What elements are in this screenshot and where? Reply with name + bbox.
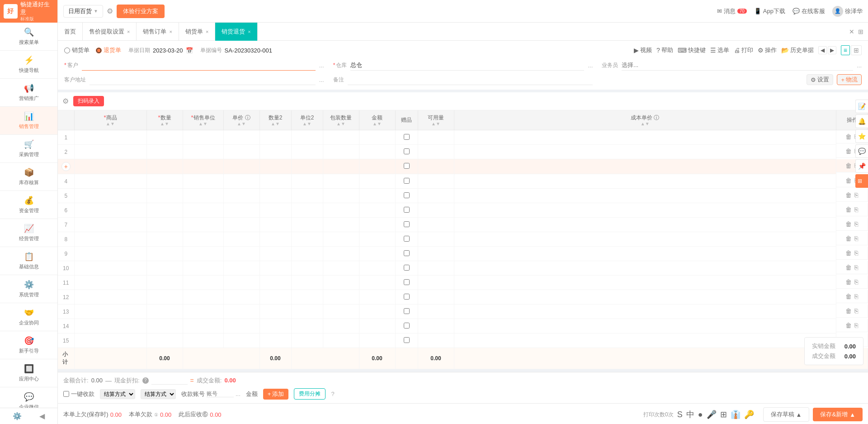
row-sales-unit-cell[interactable]	[183, 247, 223, 261]
tab-sales-return[interactable]: 销货退货 ×	[215, 23, 257, 41]
row-package-qty-cell[interactable]	[323, 203, 359, 218]
row-available-cell[interactable]	[418, 145, 454, 159]
row-unit-price-cell[interactable]	[223, 189, 259, 203]
row-unit2-cell[interactable]	[291, 305, 323, 319]
rfp-btn-1[interactable]: 📝	[855, 100, 868, 113]
row-gift-cell[interactable]	[395, 189, 418, 203]
row-unit2-cell[interactable]	[291, 174, 323, 189]
row-quantity-cell[interactable]	[146, 145, 183, 159]
footer-tool-4[interactable]: 🎤	[707, 410, 717, 419]
radio-return-input[interactable]	[96, 48, 102, 53]
copy-row-icon[interactable]: ⎘	[854, 264, 858, 271]
row-package-qty-cell[interactable]	[323, 276, 359, 290]
delete-row-icon[interactable]: 🗑	[845, 206, 852, 213]
save-new-button[interactable]: 保存&新增 ▲	[813, 408, 863, 421]
sidebar-item-appstore[interactable]: 🔲 应用中心	[0, 359, 57, 387]
row-quantity-cell[interactable]	[146, 159, 183, 174]
row-package-qty-cell[interactable]	[323, 305, 359, 319]
row-product-cell[interactable]	[74, 232, 146, 247]
row-product-cell[interactable]	[74, 174, 146, 189]
row-unit2-cell[interactable]	[291, 261, 323, 276]
row-product-cell[interactable]	[74, 247, 146, 261]
gift-checkbox[interactable]	[404, 265, 410, 271]
row-unit-price-cell[interactable]	[223, 305, 259, 319]
gift-checkbox[interactable]	[404, 337, 410, 343]
row-sales-unit-cell[interactable]	[183, 130, 223, 145]
select-action-btn[interactable]: ☰ 选单	[710, 46, 729, 54]
row-amount-cell[interactable]	[359, 232, 395, 247]
topbar-app-download[interactable]: 📱 App下载	[754, 7, 785, 15]
sidebar-item-inventory[interactable]: 📦 库存核算	[0, 163, 57, 191]
row-qty2-cell[interactable]	[259, 130, 291, 145]
row-quantity-cell[interactable]	[146, 189, 183, 203]
row-sales-unit-cell[interactable]	[183, 189, 223, 203]
customer-address-input[interactable]	[90, 74, 316, 85]
row-unit2-cell[interactable]	[291, 232, 323, 247]
row-gift-cell[interactable]	[395, 145, 418, 159]
row-product-cell[interactable]	[74, 218, 146, 232]
row-available-cell[interactable]	[418, 189, 454, 203]
footer-tool-3[interactable]: ●	[698, 410, 703, 419]
account-input[interactable]	[207, 391, 234, 397]
row-amount-cell[interactable]	[359, 145, 395, 159]
remarks-input[interactable]	[348, 74, 593, 85]
copy-row-icon[interactable]: ⎘	[854, 307, 858, 314]
gift-checkbox[interactable]	[404, 221, 410, 227]
delete-row-icon[interactable]: 🗑	[845, 235, 852, 242]
row-sales-unit-cell[interactable]	[183, 333, 223, 348]
row-unit-price-cell[interactable]	[223, 174, 259, 189]
row-amount-cell[interactable]	[359, 247, 395, 261]
calc-method-select[interactable]: 结算方式	[141, 389, 176, 399]
row-gift-cell[interactable]	[395, 218, 418, 232]
row-product-cell[interactable]	[74, 130, 146, 145]
row-qty2-cell[interactable]	[259, 319, 291, 333]
row-unit2-cell[interactable]	[291, 203, 323, 218]
tab-close-price-settings[interactable]: ×	[127, 29, 130, 34]
footer-tool-7[interactable]: 🔑	[744, 410, 754, 419]
row-amount-cell[interactable]	[359, 159, 395, 174]
row-qty2-cell[interactable]	[259, 218, 291, 232]
topbar-online-service[interactable]: 💬 在线客服	[793, 7, 825, 15]
row-sales-unit-cell[interactable]	[183, 276, 223, 290]
row-gift-cell[interactable]	[395, 130, 418, 145]
delete-row-icon[interactable]: 🗑	[845, 293, 852, 300]
row-quantity-cell[interactable]	[146, 247, 183, 261]
row-sales-unit-cell[interactable]	[183, 203, 223, 218]
sidebar-item-basic[interactable]: 📋 基础信息	[0, 247, 57, 275]
sidebar-item-marketing[interactable]: 📢 营销推广	[0, 79, 57, 107]
operate-action-btn[interactable]: ⚙ 操作	[758, 46, 777, 54]
table-settings-icon[interactable]: ⚙	[62, 97, 69, 105]
tab-close-sales-order[interactable]: ×	[169, 29, 172, 34]
row-package-qty-cell[interactable]	[323, 130, 359, 145]
row-qty2-cell[interactable]	[259, 203, 291, 218]
row-qty2-cell[interactable]	[259, 290, 291, 305]
delete-row-icon[interactable]: 🗑	[845, 307, 852, 314]
delete-row-icon[interactable]: 🗑	[845, 249, 852, 257]
product-input[interactable]	[76, 163, 145, 170]
row-available-cell[interactable]	[418, 247, 454, 261]
rfp-btn-5[interactable]: 📌	[855, 159, 868, 173]
row-quantity-cell[interactable]	[146, 174, 183, 189]
delete-row-icon[interactable]: 🗑	[845, 162, 852, 169]
tab-close-sales-delivery[interactable]: ×	[206, 29, 208, 34]
row-quantity-cell[interactable]	[146, 333, 183, 348]
row-unit2-cell[interactable]	[291, 145, 323, 159]
row-available-cell[interactable]	[418, 232, 454, 247]
row-qty2-cell[interactable]	[259, 305, 291, 319]
row-amount-cell[interactable]	[359, 130, 395, 145]
shortcuts-action-btn[interactable]: ⌨ 快捷键	[678, 46, 706, 54]
row-product-cell[interactable]	[74, 290, 146, 305]
row-available-cell[interactable]	[418, 159, 454, 174]
nav-next-icon[interactable]: ▶	[828, 46, 836, 54]
row-unit2-cell[interactable]	[291, 218, 323, 232]
gift-checkbox[interactable]	[404, 308, 410, 314]
row-quantity-cell[interactable]	[146, 290, 183, 305]
copy-row-icon[interactable]: ⎘	[854, 293, 858, 300]
row-available-cell[interactable]	[418, 203, 454, 218]
row-sales-unit-cell[interactable]	[183, 218, 223, 232]
row-unit2-cell[interactable]	[291, 319, 323, 333]
row-qty2-cell[interactable]	[259, 333, 291, 348]
row-unit2-cell[interactable]	[291, 189, 323, 203]
row-amount-cell[interactable]	[359, 319, 395, 333]
salesperson-input[interactable]	[622, 60, 853, 71]
